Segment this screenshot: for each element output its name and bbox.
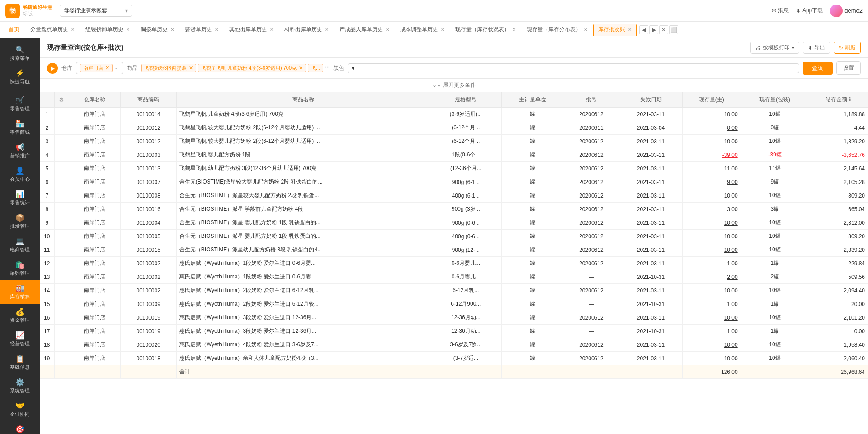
tab-material-out-close[interactable]: ✕: [325, 27, 329, 32]
color-filter-select[interactable]: ▾: [348, 63, 799, 73]
tab-close-all-btn[interactable]: ✕: [659, 25, 668, 34]
sidebar-item-ops[interactable]: 📈 经营管理: [0, 327, 40, 351]
cell-name: 惠氏启赋（Wyeth illuma）3段奶粉 爱尔兰进口 12-36月...: [176, 325, 430, 338]
sidebar-item-base[interactable]: 📋 基础信息: [0, 351, 40, 374]
sidebar-item-wholesale[interactable]: 📦 批发管理: [0, 210, 40, 233]
cell-stock-main[interactable]: 2.00: [682, 270, 741, 284]
cell-stock-main[interactable]: 11.00: [682, 162, 741, 175]
table-row: 2 南岸门店 00100012 飞鹤星飞帆 较大婴儿配方奶粉 2段(6-12个月…: [40, 121, 868, 135]
tab-dismantle[interactable]: 组装拆卸单历史 ✕: [80, 24, 135, 36]
tab-material-out[interactable]: 材料出库单历史 ✕: [279, 24, 334, 36]
cell-stock-main[interactable]: -39.00: [682, 148, 741, 162]
tab-pick[interactable]: 调拨单历史 ✕: [136, 24, 179, 36]
tab-split-close[interactable]: ✕: [71, 27, 75, 32]
cell-expire: 2021-03-11: [619, 216, 682, 230]
sidebar-item-retail[interactable]: 🛒 零售管理: [0, 92, 40, 116]
top-right-actions: ✉ 消息 ⬇ App下载 demo2: [772, 5, 863, 17]
tab-next-btn[interactable]: ▶: [649, 25, 658, 34]
tab-dismantle-close[interactable]: ✕: [126, 27, 130, 32]
sidebar-item-inventory[interactable]: 🏭 库存核算: [0, 280, 40, 304]
guide-icon: 🎯: [15, 425, 24, 434]
cell-stock-main[interactable]: 10.00: [682, 135, 741, 148]
cell-stock-main[interactable]: 10.00: [682, 338, 741, 352]
cell-batch: 20200612: [563, 230, 619, 243]
cell-stock-main[interactable]: 1.00: [682, 257, 741, 270]
expand-more-icon: ⌄⌄: [432, 82, 441, 88]
tab-pick-close[interactable]: ✕: [170, 27, 174, 32]
tab-other-out[interactable]: 其他出库单历史 ✕: [224, 24, 278, 36]
cell-stock-main[interactable]: 3.00: [682, 203, 741, 216]
cell-stock-main[interactable]: 10.00: [682, 216, 741, 230]
refresh-btn[interactable]: ↻ 刷新: [834, 42, 861, 54]
tab-product-in[interactable]: 产成品入库单历史 ✕: [335, 24, 394, 36]
cell-stock-main[interactable]: 10.00: [682, 108, 741, 121]
sidebar-item-system[interactable]: ⚙️ 系统管理: [0, 374, 40, 398]
cell-warehouse: 南岸门店: [69, 257, 120, 270]
tab-cost-adj[interactable]: 成本调整单历史 ✕: [395, 24, 449, 36]
sidebar-item-corp[interactable]: 🤝 企业协同: [0, 398, 40, 421]
warehouse-selector[interactable]: 母婴行业演示账套 ▾: [60, 5, 132, 17]
tab-require[interactable]: 要货单历史 ✕: [180, 24, 223, 36]
cell-stock-main[interactable]: 10.00: [682, 189, 741, 203]
tab-home[interactable]: 首页: [4, 24, 24, 36]
tab-batch-close[interactable]: ✕: [628, 27, 632, 32]
tab-cost-adj-close[interactable]: ✕: [441, 27, 444, 32]
filter-expand-btn[interactable]: ▶: [47, 63, 58, 74]
cell-stock-pkg: 10罐: [741, 243, 809, 257]
tab-require-close[interactable]: ✕: [215, 27, 218, 32]
col-settings[interactable]: ⚙: [54, 92, 69, 108]
cell-action: [54, 352, 69, 365]
tab-prev-btn[interactable]: ◀: [639, 25, 648, 34]
cell-stock-main[interactable]: 1.00: [682, 297, 741, 311]
cell-seq: 16: [40, 311, 54, 325]
tab-stock-status-close[interactable]: ✕: [512, 27, 516, 32]
cell-stock-main[interactable]: 10.00: [682, 230, 741, 243]
settings-btn[interactable]: 设置: [836, 61, 861, 75]
warehouse-tag-close[interactable]: ✕: [105, 65, 109, 71]
cell-code: 00100018: [120, 352, 176, 365]
cell-stock-main[interactable]: 9.00: [682, 175, 741, 189]
sidebar-item-member[interactable]: 👤 会员中心: [0, 163, 40, 186]
cell-seq: 10: [40, 230, 54, 243]
app-download-btn[interactable]: ⬇ App下载: [796, 7, 823, 14]
cell-unit: 罐: [501, 108, 563, 121]
print-btn[interactable]: 🖨 按模板打印 ▾: [750, 42, 799, 54]
sidebar-item-guide[interactable]: 🎯 新手引导: [0, 421, 40, 434]
tab-other-out-close[interactable]: ✕: [270, 27, 274, 32]
sidebar-item-shop[interactable]: 🏪 零售商城: [0, 116, 40, 139]
tab-stock-dist[interactable]: 现存量（库存分布表） ✕: [522, 24, 592, 36]
gear-icon[interactable]: ⚙: [59, 96, 64, 103]
cell-stock-main[interactable]: 10.00: [682, 352, 741, 365]
warehouse-filter-field[interactable]: 南岸门店 ✕ ···: [76, 62, 123, 74]
cell-stock-main[interactable]: 10.00: [682, 311, 741, 325]
tab-stock-dist-close[interactable]: ✕: [584, 27, 587, 32]
expand-more-btn[interactable]: ⌄⌄ 展开更多条件: [432, 82, 475, 88]
sidebar-item-search[interactable]: 🔍 搜索菜单: [0, 42, 40, 65]
sidebar-item-marketing[interactable]: 📢 营销推广: [0, 139, 40, 163]
product-filter-dots[interactable]: ···: [325, 64, 330, 72]
cell-batch: 20200612: [563, 108, 619, 121]
sidebar-item-ecom[interactable]: 💻 电商管理: [0, 233, 40, 257]
query-btn[interactable]: 查询: [803, 62, 833, 75]
warehouse-filter-dots[interactable]: ···: [114, 65, 119, 71]
cell-stock-pkg: 2罐: [741, 270, 809, 284]
product-tag-0-close[interactable]: ✕: [189, 65, 193, 71]
sidebar-item-finance[interactable]: 💰 资金管理: [0, 304, 40, 327]
sidebar-item-purchase[interactable]: 🛍️ 采购管理: [0, 257, 40, 280]
product-tag-1-close[interactable]: ✕: [299, 65, 303, 71]
tab-product-in-close[interactable]: ✕: [386, 27, 389, 32]
cell-stock-main[interactable]: 10.00: [682, 243, 741, 257]
sidebar-item-nav[interactable]: ⚡ 快捷导航: [0, 65, 40, 89]
tab-split[interactable]: 分量盘点单历史 ✕: [25, 24, 80, 36]
user-profile[interactable]: demo2: [830, 5, 863, 17]
print-icon: 🖨: [755, 45, 761, 51]
tab-batch[interactable]: 库存批次账 ✕: [593, 24, 637, 36]
message-btn[interactable]: ✉ 消息: [772, 7, 789, 14]
export-btn[interactable]: ⬇ 导出: [803, 42, 830, 54]
cell-stock-main[interactable]: 1.00: [682, 325, 741, 338]
tab-maximize-btn[interactable]: ⬜: [669, 25, 678, 34]
tab-stock-status[interactable]: 现存量（库存状况表） ✕: [450, 24, 521, 36]
cell-stock-main[interactable]: 10.00: [682, 284, 741, 297]
cell-stock-main[interactable]: 0.00: [682, 121, 741, 135]
sidebar-item-stat[interactable]: 📊 零售统计: [0, 186, 40, 210]
